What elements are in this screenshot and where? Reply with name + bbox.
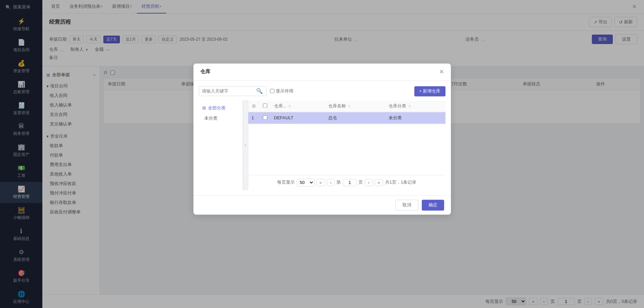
modal-body: 🔍 显示停用 + 新增仓库 ⊞ 全部分类 未分类 [193, 81, 451, 195]
modal-search-icon[interactable]: 🔍 [256, 88, 263, 94]
modal-panel-collapse[interactable]: ‹ [243, 100, 248, 190]
modal-col-settings: ⚙ [248, 100, 259, 112]
modal-toolbar: 🔍 显示停用 + 新增仓库 [199, 86, 445, 96]
modal-row-select-checkbox[interactable] [263, 115, 267, 120]
show-disabled-label[interactable]: 显示停用 [270, 88, 293, 94]
modal-close-button[interactable]: ✕ [439, 68, 444, 76]
modal-pagination: 每页显示 50 100 « ‹ 第 页 › » 共1页，1条记录 [248, 175, 445, 190]
modal-col-checkbox [259, 100, 271, 112]
category-grid-icon: ⊞ [202, 105, 206, 110]
modal-footer: 取消 确定 [193, 195, 451, 214]
sort-arrows-name[interactable]: ⇅ [348, 104, 351, 108]
sort-arrows-code[interactable]: ⇅ [288, 104, 291, 108]
modal-settings-icon[interactable]: ⚙ [252, 103, 256, 109]
modal-search-input[interactable] [202, 88, 256, 94]
modal-first-page-btn[interactable]: « [316, 179, 325, 186]
modal-cancel-button[interactable]: 取消 [395, 200, 418, 210]
modal-per-page-select[interactable]: 50 100 [297, 179, 314, 186]
modal-warehouse-table: ⚙ 仓库... ⇅ 仓库名称 [248, 100, 445, 124]
modal-confirm-button[interactable]: 确定 [422, 200, 444, 210]
modal-category-panel: ⊞ 全部分类 未分类 [199, 100, 243, 190]
modal-next-page-btn[interactable]: › [365, 179, 372, 186]
modal-page-label: 第 [336, 179, 341, 185]
modal-table-panel: ⚙ 仓库... ⇅ 仓库名称 [248, 100, 445, 190]
modal-header: 仓库 ✕ [193, 63, 451, 81]
modal-row-code: DEFAULT [271, 112, 325, 124]
modal-title: 仓库 [200, 68, 210, 75]
sort-arrows-category[interactable]: ⇅ [408, 104, 411, 108]
modal-per-page-label: 每页显示 [277, 179, 295, 185]
modal-select-all-checkbox[interactable] [263, 103, 267, 108]
modal-last-page-btn[interactable]: » [375, 179, 383, 186]
modal-search-box: 🔍 [199, 86, 267, 96]
warehouse-modal: 仓库 ✕ 🔍 显示停用 + 新增仓库 [193, 63, 451, 214]
modal-row-num: 1 [248, 112, 259, 124]
show-disabled-checkbox[interactable] [270, 89, 274, 93]
modal-page-suffix: 页 [358, 179, 363, 185]
modal-row-category: 未分类 [385, 112, 445, 124]
add-warehouse-label: + 新增仓库 [419, 88, 440, 94]
modal-row-name: 总仓 [325, 112, 385, 124]
category-unclassified-label: 未分类 [204, 116, 217, 121]
category-all-label: 全部分类 [208, 105, 226, 111]
modal-page-input[interactable] [343, 179, 356, 186]
modal-col-name: 仓库名称 ⇅ [325, 100, 385, 112]
modal-prev-page-btn[interactable]: ‹ [327, 179, 334, 186]
category-all[interactable]: ⊞ 全部分类 [199, 103, 243, 113]
modal-col-code: 仓库... ⇅ [271, 100, 325, 112]
category-unclassified[interactable]: 未分类 [199, 113, 243, 123]
modal-col-category: 仓库分类 ⇅ [385, 100, 445, 112]
modal-toolbar-left: 🔍 显示停用 [199, 86, 293, 96]
modal-total-label: 共1页，1条记录 [385, 179, 416, 185]
modal-row-checkbox[interactable] [259, 112, 271, 124]
modal-table-row[interactable]: 1 DEFAULT 总仓 未分类 [248, 112, 445, 124]
show-disabled-text: 显示停用 [276, 88, 293, 94]
add-warehouse-button[interactable]: + 新增仓库 [414, 86, 445, 96]
modal-content: ⊞ 全部分类 未分类 ‹ ⚙ [199, 100, 445, 190]
